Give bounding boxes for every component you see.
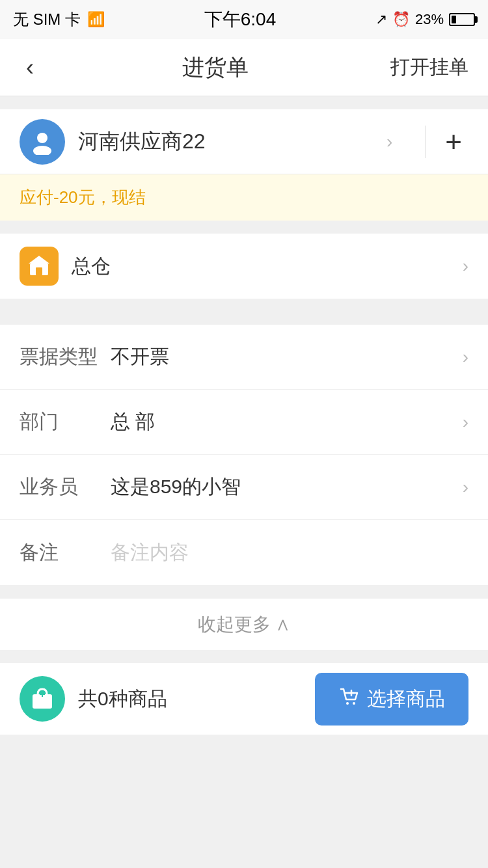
product-footer: 共0种商品 选择商品 — [0, 663, 488, 735]
svg-marker-3 — [29, 256, 49, 264]
warehouse-name: 总仓 — [72, 253, 463, 280]
invoice-type-value: 不开票 — [98, 344, 463, 370]
supplier-divider — [425, 126, 426, 158]
page-title: 进货单 — [182, 53, 249, 83]
form-section: 票据类型 不开票 › 部门 总 部 › 业务员 这是859的小智 › 备注 备注… — [0, 325, 488, 585]
divider-3 — [0, 299, 488, 312]
svg-point-8 — [346, 702, 349, 705]
remark-placeholder: 备注内容 — [98, 539, 468, 566]
notice-bar: 应付-20元，现结 — [0, 174, 488, 221]
salesperson-label: 业务员 — [20, 474, 98, 500]
divider-2 — [0, 221, 488, 234]
department-row[interactable]: 部门 总 部 › — [0, 390, 488, 455]
select-btn-label: 选择商品 — [367, 686, 445, 712]
department-arrow-icon: › — [463, 412, 468, 433]
nav-bar: ‹ 进货单 打开挂单 — [0, 39, 488, 96]
product-icon — [20, 676, 65, 722]
status-bar: 无 SIM 卡 📶 下午6:04 ↗ ⏰ 23% — [0, 0, 488, 39]
location-icon: ↗ — [375, 11, 387, 28]
svg-rect-4 — [36, 267, 42, 275]
back-button[interactable]: ‹ — [20, 47, 40, 88]
invoice-type-arrow-icon: › — [463, 347, 468, 368]
remark-row[interactable]: 备注 备注内容 — [0, 520, 488, 585]
svg-point-0 — [37, 133, 47, 143]
warehouse-arrow-icon: › — [463, 256, 468, 277]
department-value: 总 部 — [98, 409, 463, 435]
department-label: 部门 — [20, 409, 98, 435]
salesperson-value: 这是859的小智 — [98, 474, 463, 500]
battery-icon — [449, 13, 475, 26]
supplier-avatar — [20, 119, 65, 165]
svg-point-9 — [353, 702, 355, 705]
status-right: ↗ ⏰ 23% — [375, 11, 475, 28]
svg-point-1 — [33, 146, 51, 155]
collapse-label: 收起更多 ∧ — [198, 612, 291, 637]
warehouse-row[interactable]: 总仓 › — [0, 234, 488, 299]
status-time: 下午6:04 — [204, 7, 277, 32]
avatar-icon — [29, 129, 55, 155]
salesperson-row[interactable]: 业务员 这是859的小智 › — [0, 455, 488, 520]
wifi-icon: 📶 — [87, 11, 105, 28]
invoice-type-row[interactable]: 票据类型 不开票 › — [0, 325, 488, 390]
collapse-bar[interactable]: 收起更多 ∧ — [0, 598, 488, 650]
battery-percent: 23% — [415, 11, 444, 28]
notice-text: 应付-20元，现结 — [20, 187, 146, 207]
invoice-type-label: 票据类型 — [20, 344, 98, 370]
open-pending-button[interactable]: 打开挂单 — [390, 54, 468, 81]
remark-label: 备注 — [20, 539, 98, 566]
add-supplier-button[interactable]: + — [439, 126, 468, 158]
supplier-name: 河南供应商22 — [78, 128, 386, 156]
product-count: 共0种商品 — [78, 686, 315, 712]
supplier-arrow-icon: › — [386, 131, 392, 152]
supplier-row[interactable]: 河南供应商22 › + — [0, 109, 488, 174]
alarm-icon: ⏰ — [392, 11, 410, 28]
cart-icon — [338, 686, 359, 712]
page-bottom — [0, 735, 488, 868]
salesperson-arrow-icon: › — [463, 477, 468, 498]
top-divider — [0, 96, 488, 109]
status-left: 无 SIM 卡 📶 — [13, 9, 105, 30]
warehouse-icon — [20, 247, 59, 286]
carrier-text: 无 SIM 卡 — [13, 9, 81, 30]
select-product-button[interactable]: 选择商品 — [315, 673, 468, 726]
